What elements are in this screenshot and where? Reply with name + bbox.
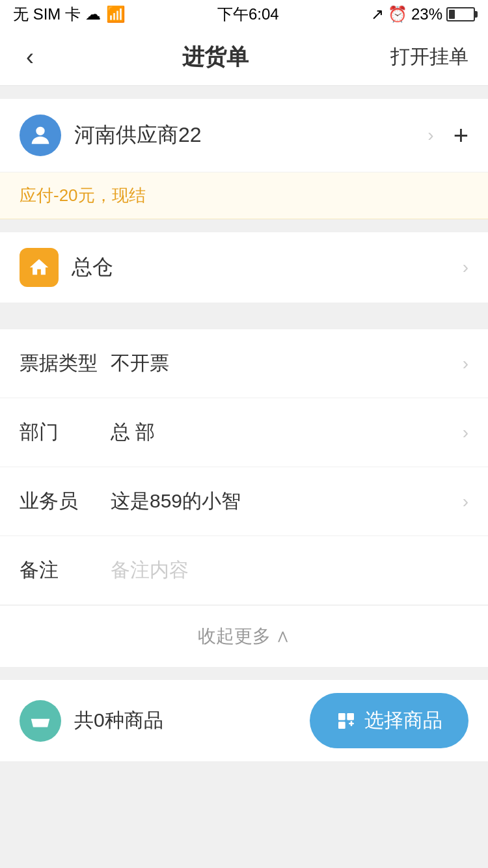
select-product-button[interactable]: 选择商品 [310, 693, 468, 748]
back-button[interactable]: ‹ [20, 37, 40, 77]
alarm-icon: ⏰ [388, 5, 407, 23]
salesman-value: 这是859的小智 [111, 488, 463, 515]
status-left: 无 SIM 卡 ☁ 📶 [13, 4, 126, 25]
product-footer: 共0种商品 选择商品 [0, 680, 488, 761]
select-product-label: 选择商品 [364, 707, 442, 734]
open-pending-button[interactable]: 打开挂单 [390, 44, 468, 70]
person-icon [27, 122, 53, 148]
svg-point-0 [36, 127, 44, 135]
location-icon: ↗ [371, 5, 384, 23]
warehouse-name: 总仓 [72, 253, 463, 282]
sim-label: 无 SIM 卡 ☁ [13, 4, 101, 25]
notice-text: 应付-20元，现结 [20, 185, 146, 205]
remark-value[interactable]: 备注内容 [111, 557, 468, 584]
battery-icon [446, 7, 475, 21]
department-row[interactable]: 部门 总 部 › [0, 398, 488, 467]
supplier-row[interactable]: 河南供应商22 › + [0, 99, 488, 172]
svg-rect-1 [338, 713, 346, 720]
remark-label: 备注 [20, 557, 111, 584]
salesman-label: 业务员 [20, 488, 111, 515]
warehouse-arrow-icon: › [463, 257, 468, 278]
invoice-arrow-icon: › [463, 353, 468, 374]
warehouse-row[interactable]: 总仓 › [0, 232, 488, 303]
add-supplier-button[interactable]: + [454, 121, 468, 150]
supplier-arrow-icon: › [427, 125, 433, 146]
department-value: 总 部 [111, 419, 463, 446]
salesman-arrow-icon: › [463, 491, 468, 512]
product-icon [20, 700, 61, 742]
wifi-icon: 📶 [106, 5, 126, 23]
page-title: 进货单 [182, 42, 249, 72]
battery-label: 23% [411, 5, 442, 23]
svg-rect-2 [347, 713, 354, 720]
invoice-value: 不开票 [111, 350, 463, 377]
status-bar: 无 SIM 卡 ☁ 📶 下午6:04 ↗ ⏰ 23% [0, 0, 488, 29]
supplier-name: 河南供应商22 [74, 121, 427, 150]
select-product-icon [336, 711, 357, 731]
department-arrow-icon: › [463, 422, 468, 443]
invoice-row[interactable]: 票据类型 不开票 › [0, 329, 488, 398]
supplier-avatar [20, 115, 61, 156]
status-right: ↗ ⏰ 23% [371, 5, 475, 23]
form-section: 票据类型 不开票 › 部门 总 部 › 业务员 这是859的小智 › 备注 备注… [0, 329, 488, 667]
top-divider [0, 86, 488, 99]
collapse-button[interactable]: 收起更多 ∧ [0, 605, 488, 667]
remark-row[interactable]: 备注 备注内容 [0, 536, 488, 605]
product-count: 共0种商品 [74, 707, 297, 734]
nav-bar: ‹ 进货单 打开挂单 [0, 29, 488, 86]
warehouse-icon [20, 248, 59, 287]
salesman-row[interactable]: 业务员 这是859的小智 › [0, 467, 488, 536]
invoice-label: 票据类型 [20, 350, 111, 377]
bottom-divider [0, 667, 488, 680]
svg-rect-3 [338, 722, 346, 729]
status-time: 下午6:04 [217, 4, 279, 25]
supplier-section: 河南供应商22 › + 应付-20元，现结 [0, 99, 488, 219]
middle-divider [0, 219, 488, 232]
form-divider [0, 303, 488, 316]
department-label: 部门 [20, 419, 111, 446]
notice-bar: 应付-20元，现结 [0, 172, 488, 219]
